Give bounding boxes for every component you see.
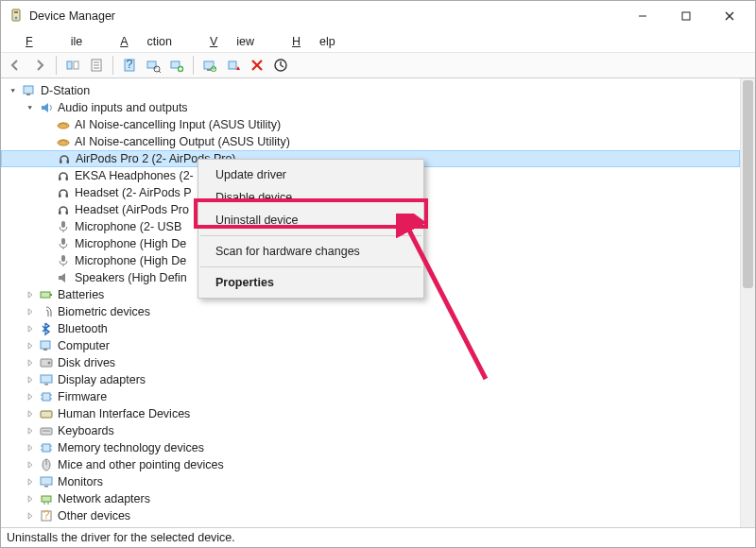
tree-category-item[interactable]: Display adapters	[1, 371, 740, 388]
device-icon: ?	[39, 508, 54, 523]
device-icon	[56, 168, 71, 183]
tree-label: Other devices	[58, 509, 130, 522]
scan-hardware-icon[interactable]	[142, 54, 164, 77]
expand-collapse-icon[interactable]	[24, 305, 37, 318]
svg-rect-36	[66, 177, 69, 180]
vertical-scrollbar[interactable]	[740, 78, 755, 527]
tree-label: Microphone (2- USB	[75, 220, 181, 233]
svg-rect-53	[41, 375, 52, 383]
expand-collapse-icon[interactable]	[24, 322, 37, 335]
disable-device-icon[interactable]	[222, 54, 245, 77]
menu-properties[interactable]: Properties	[198, 271, 423, 294]
tree-category-item[interactable]: Firmware	[1, 388, 740, 405]
expand-collapse-icon[interactable]	[24, 288, 37, 301]
back-button[interactable]	[5, 54, 27, 77]
tree-category-item[interactable]: Network adapters	[1, 490, 740, 507]
device-icon	[56, 236, 71, 251]
minimize-button[interactable]	[621, 1, 664, 31]
tree-device-item[interactable]: AI Noise-cancelling Output (ASUS Utility…	[1, 133, 740, 150]
forward-button[interactable]	[28, 54, 51, 77]
properties-icon[interactable]	[85, 54, 108, 77]
device-icon	[39, 321, 54, 336]
expand-collapse-icon[interactable]	[24, 458, 37, 471]
menu-scan-hardware[interactable]: Scan for hardware changes	[198, 240, 423, 263]
menu-uninstall-device[interactable]: Uninstall device	[198, 209, 423, 231]
menu-help[interactable]: Help	[273, 31, 354, 52]
tree-device-item[interactable]: AI Noise-cancelling Input (ASUS Utility)	[1, 116, 740, 133]
menu-file[interactable]: File	[7, 31, 101, 52]
update-driver-icon[interactable]	[198, 54, 221, 77]
device-manager-icon	[9, 9, 24, 24]
expand-collapse-icon[interactable]	[24, 373, 37, 386]
tree-label: EKSA Headphones (2-	[75, 169, 194, 182]
context-menu: Update driver Disable device Uninstall d…	[198, 159, 424, 299]
svg-rect-25	[229, 61, 236, 69]
tree-label: AI Noise-cancelling Output (ASUS Utility…	[75, 135, 290, 148]
status-bar: Uninstalls the driver for the selected d…	[1, 528, 755, 547]
help-icon[interactable]: ?	[118, 54, 141, 77]
context-separator	[200, 235, 421, 236]
tree-label: Microphone (High De	[75, 237, 186, 250]
twisty-spacer	[41, 203, 54, 216]
tree-label: Keyboards	[58, 424, 114, 437]
svg-rect-50	[43, 349, 47, 351]
svg-rect-49	[41, 341, 50, 349]
tree-category-item[interactable]: Memory technology devices	[1, 439, 740, 456]
expand-collapse-icon[interactable]	[24, 356, 37, 369]
close-button[interactable]	[708, 1, 751, 31]
expand-collapse-icon[interactable]	[24, 407, 37, 420]
tree-category-audio[interactable]: Audio inputs and outputs	[1, 99, 740, 116]
device-tree[interactable]: D-StationAudio inputs and outputsAI Nois…	[1, 78, 740, 527]
tree-category-item[interactable]: Monitors	[1, 473, 740, 490]
svg-point-31	[58, 123, 69, 128]
tree-category-item[interactable]: Bluetooth	[1, 320, 740, 337]
tree-category-item[interactable]: ?Other devices	[1, 507, 740, 524]
svg-rect-8	[74, 61, 78, 69]
menu-update-driver[interactable]: Update driver	[198, 163, 423, 186]
device-icon	[56, 134, 71, 149]
tree-category-item[interactable]: Computer	[1, 337, 740, 354]
expand-collapse-icon[interactable]	[7, 84, 20, 97]
menu-action[interactable]: Action	[101, 31, 191, 52]
expand-collapse-icon[interactable]	[24, 339, 37, 352]
twisty-spacer	[41, 118, 54, 131]
svg-rect-1	[14, 11, 18, 13]
expand-collapse-icon[interactable]	[24, 492, 37, 505]
svg-point-32	[58, 140, 69, 146]
expand-collapse-icon[interactable]	[24, 101, 37, 114]
tree-category-item[interactable]: Biometric devices	[1, 303, 740, 320]
menubar: File Action View Help	[1, 31, 755, 52]
tree-label: Biometric devices	[58, 305, 150, 318]
expand-collapse-icon[interactable]	[24, 475, 37, 488]
svg-text:?: ?	[43, 508, 50, 522]
svg-rect-7	[67, 61, 72, 69]
tree-category-item[interactable]: Mice and other pointing devices	[1, 456, 740, 473]
tree-root-node[interactable]: D-Station	[1, 82, 740, 99]
tree-label: Monitors	[58, 475, 103, 488]
svg-rect-23	[207, 69, 211, 71]
expand-collapse-icon[interactable]	[24, 390, 37, 403]
svg-rect-45	[61, 255, 65, 262]
tree-label: Firmware	[58, 390, 107, 403]
status-text: Uninstalls the driver for the selected d…	[7, 531, 235, 544]
tree-category-item[interactable]: Human Interface Devices	[1, 405, 740, 422]
tree-category-item[interactable]: Keyboards	[1, 422, 740, 439]
scrollbar-thumb[interactable]	[743, 80, 753, 288]
menu-disable-device[interactable]: Disable device	[198, 186, 423, 209]
device-icon	[56, 219, 71, 234]
uninstall-device-icon[interactable]	[246, 54, 268, 77]
show-hide-console-icon[interactable]	[61, 54, 84, 77]
device-icon	[39, 100, 54, 115]
menu-view[interactable]: View	[191, 31, 273, 52]
tree-label: D-Station	[41, 84, 90, 97]
svg-rect-43	[61, 238, 65, 245]
expand-collapse-icon[interactable]	[24, 509, 37, 522]
add-legacy-icon[interactable]	[165, 54, 188, 77]
action-icon[interactable]	[269, 54, 292, 77]
expand-collapse-icon[interactable]	[24, 441, 37, 454]
svg-rect-54	[44, 384, 48, 385]
expand-collapse-icon[interactable]	[24, 424, 37, 437]
tree-label: Batteries	[58, 288, 104, 301]
tree-category-item[interactable]: Disk drives	[1, 354, 740, 371]
maximize-button[interactable]	[664, 1, 708, 31]
